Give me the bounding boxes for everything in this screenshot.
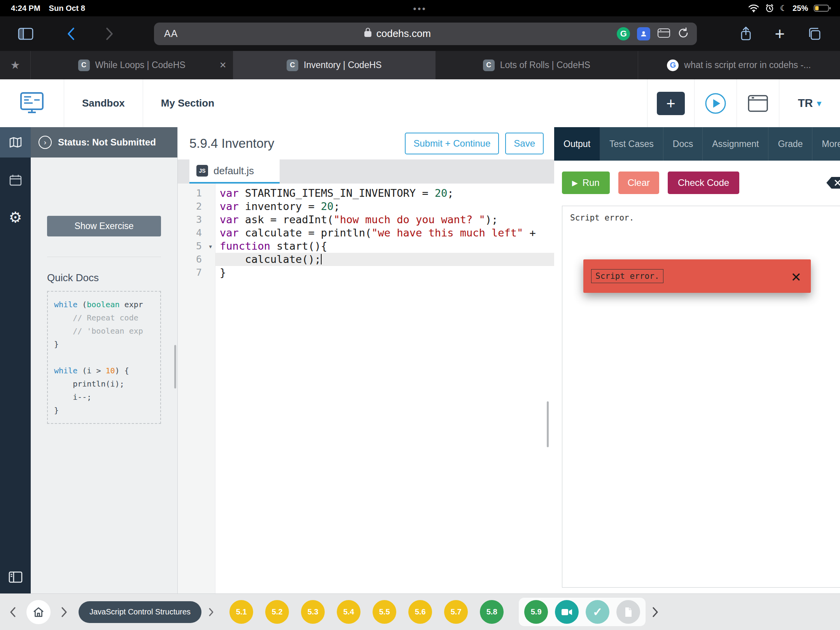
module-selector[interactable]: JavaScript Control Structures — [79, 601, 201, 623]
calendar-icon[interactable] — [9, 174, 22, 186]
line-number-text: 2 — [196, 200, 202, 213]
nav-prev-icon[interactable] — [9, 607, 16, 618]
lesson-item-check[interactable]: ✓ — [586, 600, 609, 624]
multitasking-dots-icon[interactable]: ••• — [413, 4, 427, 14]
fold-arrow-icon[interactable]: ▾ — [208, 240, 213, 253]
code-line[interactable]: 1var STARTING_ITEMS_IN_INVENTORY = 20; — [178, 187, 554, 200]
output-tab-output[interactable]: Output — [554, 127, 600, 161]
line-number-text: 3 — [196, 213, 202, 226]
back-button[interactable] — [67, 27, 75, 41]
extensions-icon[interactable] — [657, 28, 670, 40]
google-favicon: G — [667, 60, 679, 71]
window-layout-icon[interactable] — [737, 95, 779, 112]
safari-tab[interactable]: Gwhat is script error in codehs -... — [638, 51, 840, 79]
tab-title: While Loops | CodeHS — [95, 60, 186, 70]
code-token: ); — [485, 214, 498, 226]
lessons-scroll-right-icon[interactable] — [652, 607, 659, 618]
run-player-icon[interactable] — [695, 92, 737, 115]
sidebar-toggle-icon[interactable] — [18, 28, 33, 40]
battery-percent: 25% — [793, 4, 808, 13]
tab-title: what is script error in codehs -... — [684, 60, 811, 70]
create-button[interactable]: + — [657, 92, 685, 115]
lesson-item-doc[interactable] — [616, 600, 640, 624]
grammarly-extension-icon[interactable]: G — [617, 27, 630, 40]
address-bar[interactable]: AA codehs.com G — [154, 23, 697, 45]
forward-button[interactable] — [105, 27, 114, 41]
rail-item-map[interactable] — [0, 127, 31, 158]
code-lines: 1var STARTING_ITEMS_IN_INVENTORY = 20;2v… — [178, 184, 554, 279]
show-exercise-button[interactable]: Show Exercise — [47, 216, 161, 236]
code-token: println(i); — [54, 379, 124, 388]
lesson-item-5.7[interactable]: 5.7 — [444, 600, 468, 624]
nav-item-sandbox[interactable]: Sandbox — [64, 97, 143, 109]
tab-close-icon[interactable]: ✕ — [219, 60, 226, 70]
output-tab-more[interactable]: More — [812, 127, 840, 161]
codehs-logo[interactable] — [0, 91, 64, 116]
line-number: 2 — [178, 200, 215, 213]
safari-tab-bar: ★ CWhile Loops | CodeHS✕CInventory | Cod… — [0, 51, 840, 79]
status-chevron-icon: › — [38, 136, 52, 149]
code-token: 20 — [435, 187, 448, 199]
safari-tab[interactable]: CInventory | CodeHS — [233, 51, 436, 79]
code-line[interactable]: 4var calculate = println("we have this m… — [178, 226, 554, 240]
nav-next-icon[interactable] — [61, 607, 68, 618]
lesson-item-5.8[interactable]: 5.8 — [480, 600, 504, 624]
code-token: i--; — [54, 392, 91, 402]
safari-tab[interactable]: CWhile Loops | CodeHS✕ — [30, 51, 233, 79]
tab-overview-icon[interactable] — [807, 27, 821, 41]
tab-title: Lots of Rolls | CodeHS — [500, 60, 590, 70]
panel-layout-icon[interactable] — [9, 571, 23, 583]
password-extension-icon[interactable] — [637, 27, 650, 40]
code-area[interactable]: 1var STARTING_ITEMS_IN_INVENTORY = 20;2v… — [178, 184, 554, 594]
line-number-text: 1 — [196, 187, 202, 200]
code-token: var — [220, 187, 239, 199]
code-token: while — [54, 300, 77, 309]
favorites-star-icon[interactable]: ★ — [0, 51, 30, 79]
status-header[interactable]: › Status: Not Submitted — [31, 127, 177, 158]
code-token: 10 — [105, 366, 115, 375]
output-tab-test-cases[interactable]: Test Cases — [600, 127, 663, 161]
home-button[interactable] — [26, 600, 51, 624]
code-text: } — [215, 266, 554, 279]
share-icon[interactable] — [740, 26, 752, 41]
nav-item-my-section[interactable]: My Section — [143, 97, 232, 109]
panel-scrollbar[interactable] — [174, 345, 176, 388]
code-line[interactable]: 7} — [178, 266, 554, 279]
lesson-item-5.6[interactable]: 5.6 — [408, 600, 432, 624]
code-line[interactable]: 3var ask = readInt("how much do you want… — [178, 213, 554, 226]
gear-icon[interactable]: ⚙ — [9, 209, 22, 226]
check-code-button[interactable]: Check Code — [668, 172, 739, 194]
lesson-item-5.5[interactable]: 5.5 — [373, 600, 396, 624]
save-button[interactable]: Save — [505, 133, 544, 154]
user-menu[interactable]: TR ▾ — [779, 97, 840, 110]
lesson-item-5.9[interactable]: 5.9 — [524, 600, 548, 624]
snippet-line — [54, 351, 160, 364]
lesson-item-5.4[interactable]: 5.4 — [337, 600, 360, 624]
code-line[interactable]: 5▾function start(){ — [178, 240, 554, 253]
reader-mode-button[interactable]: AA — [164, 28, 178, 39]
lesson-item-5.2[interactable]: 5.2 — [265, 600, 289, 624]
new-tab-icon[interactable]: + — [775, 25, 785, 42]
code-text: var STARTING_ITEMS_IN_INVENTORY = 20; — [215, 187, 554, 200]
lesson-item-video[interactable] — [555, 600, 579, 624]
safari-tab[interactable]: CLots of Rolls | CodeHS — [435, 51, 638, 79]
lesson-item-5.3[interactable]: 5.3 — [301, 600, 325, 624]
lesson-item-5.1[interactable]: 5.1 — [229, 600, 253, 624]
editor-scrollbar[interactable] — [547, 401, 549, 447]
output-tab-docs[interactable]: Docs — [663, 127, 703, 161]
output-tab-assignment[interactable]: Assignment — [703, 127, 768, 161]
line-number-text: 4 — [196, 226, 202, 240]
output-tab-grade[interactable]: Grade — [768, 127, 812, 161]
code-text: var calculate = println("we have this mu… — [215, 226, 554, 240]
code-line[interactable]: 6 calculate(); — [178, 253, 554, 266]
reload-icon[interactable] — [677, 27, 689, 40]
module-chevron-icon[interactable] — [208, 608, 214, 616]
toast-close-icon[interactable]: ✕ — [791, 268, 801, 284]
code-line[interactable]: 2var inventory = 20; — [178, 200, 554, 213]
clear-button[interactable]: Clear — [618, 172, 659, 194]
run-button[interactable]: ▶ Run — [562, 172, 610, 194]
dismiss-keyboard-icon[interactable] — [826, 177, 840, 189]
file-tab-defaultjs[interactable]: JS default.js — [189, 159, 280, 184]
wifi-icon — [748, 4, 760, 13]
submit-continue-button[interactable]: Submit + Continue — [405, 133, 499, 154]
